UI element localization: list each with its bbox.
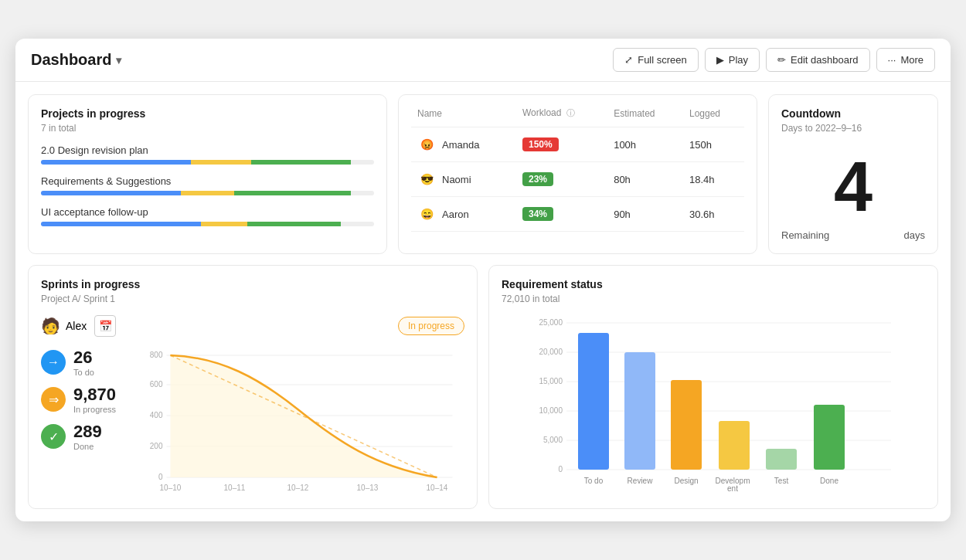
todo-label: To do [73, 368, 94, 377]
workload-card: Name Workload ⓘ Estimated Logged [398, 94, 757, 254]
bar-done [814, 405, 845, 470]
person-naomi: 😎 Naomi [417, 170, 510, 188]
calendar-icon[interactable]: 📅 [94, 315, 116, 337]
svg-text:Design: Design [674, 477, 698, 485]
svg-text:10,000: 10,000 [539, 406, 563, 415]
projects-card: Projects in progress 7 in total 2.0 Desi… [28, 94, 387, 254]
seg-yellow-3 [201, 222, 247, 226]
col-estimated: Estimated [607, 107, 683, 127]
svg-text:10–11: 10–11 [224, 484, 246, 492]
inprogress-label: In progress [73, 405, 116, 414]
stat-inprogress: ⇒ 9,870 In progress [41, 385, 116, 414]
dashboard-title[interactable]: Dashboard ▾ [31, 51, 121, 69]
req-status-title: Requirement status [502, 278, 925, 290]
person-amanda: 😡 Amanda [417, 135, 510, 154]
project-item-3: UI acceptance follow-up [41, 206, 374, 226]
badge-aaron: 34% [522, 207, 553, 221]
avatar-amanda: 😡 [417, 135, 436, 154]
bar-todo [578, 333, 609, 470]
seg-blue-2 [41, 191, 181, 195]
done-icon: ✓ [41, 424, 66, 449]
countdown-subtitle: Days to 2022–9–16 [781, 123, 925, 134]
main-content: Projects in progress 7 in total 2.0 Desi… [15, 82, 951, 521]
svg-text:25,000: 25,000 [539, 318, 563, 327]
progress-bar-2 [41, 191, 374, 195]
sprint-content: → 26 To do ⇒ 9,870 In progress [41, 348, 464, 494]
days-label: days [904, 229, 925, 241]
person-aaron: 😄 Aaron [417, 205, 510, 223]
play-button[interactable]: ▶ Play [705, 48, 760, 72]
sprints-card: Sprints in progress Project A/ Sprint 1 … [28, 265, 478, 509]
edit-dashboard-button[interactable]: ✏ Edit dashboard [766, 48, 869, 72]
col-name: Name [411, 107, 516, 127]
done-label: Done [73, 442, 102, 451]
col-logged: Logged [683, 107, 744, 127]
svg-text:400: 400 [150, 411, 163, 419]
avatar-aaron: 😄 [417, 205, 436, 223]
col-workload: Workload ⓘ [516, 107, 607, 127]
stat-done: ✓ 289 Done [41, 422, 116, 451]
svg-text:0: 0 [558, 465, 563, 473]
svg-text:20,000: 20,000 [539, 348, 563, 356]
svg-text:15,000: 15,000 [539, 377, 563, 385]
bar-review [624, 352, 655, 470]
svg-text:ent: ent [727, 484, 738, 493]
bar-chart-svg: 25,000 20,000 15,000 10,000 5,000 0 To d… [502, 315, 925, 493]
more-icon: ··· [888, 54, 896, 66]
seg-blue-1 [41, 160, 191, 165]
seg-blue-3 [41, 222, 201, 226]
seg-yellow-1 [191, 160, 251, 165]
projects-subtitle: 7 in total [41, 123, 374, 134]
svg-text:10–10: 10–10 [160, 484, 182, 492]
fullscreen-button[interactable]: ⤢ Full screen [613, 48, 699, 72]
svg-text:800: 800 [150, 351, 163, 359]
edit-icon: ✏ [777, 54, 786, 66]
svg-text:5,000: 5,000 [543, 436, 563, 444]
badge-amanda: 150% [522, 137, 559, 151]
seg-yellow-2 [181, 191, 234, 195]
table-row: 😄 Aaron 34% 90h 30.6h [411, 197, 744, 232]
done-number: 289 [73, 422, 102, 442]
progress-bar-3 [41, 222, 374, 226]
app-window: Dashboard ▾ ⤢ Full screen ▶ Play ✏ Edit … [15, 39, 951, 521]
project-item-2: Requirements & Suggestions [41, 175, 374, 195]
title-text: Dashboard [31, 51, 111, 69]
todo-icon: → [41, 350, 66, 375]
burndown-svg: 800 600 400 200 0 10–10 [131, 348, 464, 494]
requirement-status-card: Requirement status 72,010 in total 25,00… [488, 265, 938, 509]
svg-text:Review: Review [628, 477, 654, 485]
sprints-subtitle: Project A/ Sprint 1 [41, 294, 464, 304]
sprint-user: 🧑 Alex [41, 317, 87, 335]
svg-text:0: 0 [158, 473, 163, 481]
countdown-card: Countdown Days to 2022–9–16 4 Remaining … [768, 94, 938, 254]
table-row: 😎 Naomi 23% 80h 18.4h [411, 162, 744, 197]
project-item-1: 2.0 Design revision plan [41, 144, 374, 165]
svg-text:10–13: 10–13 [357, 484, 379, 492]
workload-info-icon: ⓘ [566, 108, 575, 117]
badge-naomi: 23% [522, 172, 553, 186]
more-button[interactable]: ··· More [876, 48, 935, 72]
svg-text:200: 200 [150, 442, 163, 450]
countdown-number: 4 [781, 144, 925, 229]
top-row: Projects in progress 7 in total 2.0 Desi… [28, 94, 938, 254]
header: Dashboard ▾ ⤢ Full screen ▶ Play ✏ Edit … [15, 39, 951, 82]
bar-design [671, 380, 702, 470]
svg-text:10–14: 10–14 [427, 484, 448, 492]
burndown-chart: 800 600 400 200 0 10–10 [131, 348, 464, 494]
seg-green-2 [234, 191, 351, 195]
sprint-status-badge: In progress [398, 317, 464, 335]
svg-text:Test: Test [774, 477, 789, 485]
table-row: 😡 Amanda 150% 100h 150h [411, 127, 744, 162]
sprint-user-name: Alex [66, 320, 87, 332]
seg-green-1 [251, 160, 351, 165]
progress-bar-1 [41, 160, 374, 165]
remaining-label: Remaining [781, 229, 829, 241]
bottom-row: Sprints in progress Project A/ Sprint 1 … [28, 265, 938, 509]
bar-test [766, 449, 797, 470]
stat-todo: → 26 To do [41, 348, 116, 377]
countdown-title: Countdown [781, 107, 925, 120]
todo-number: 26 [73, 348, 94, 368]
svg-text:600: 600 [150, 380, 163, 389]
svg-text:To do: To do [584, 477, 604, 485]
countdown-footer: Remaining days [781, 229, 925, 241]
